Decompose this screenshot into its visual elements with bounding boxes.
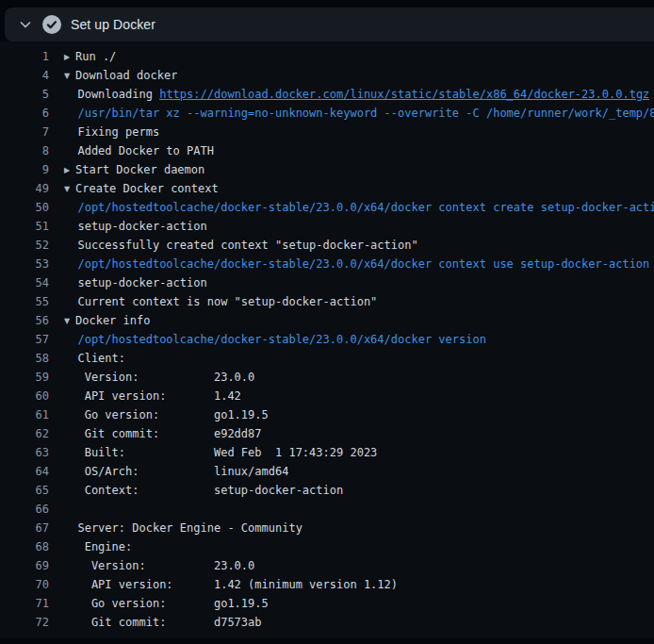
log-line-row: 67 Server: Docker Engine - Community bbox=[0, 519, 654, 537]
log-line-row: 68 Engine: bbox=[0, 537, 654, 556]
line-number[interactable]: 49 bbox=[0, 179, 49, 198]
log-line-row: 54 setup-docker-action bbox=[0, 273, 654, 292]
line-number[interactable]: 1 bbox=[0, 47, 49, 66]
log-group-row[interactable]: 49▼Create Docker context bbox=[0, 179, 654, 198]
group-title: Start Docker daemon bbox=[75, 163, 204, 176]
line-number[interactable]: 68 bbox=[0, 537, 49, 556]
line-number[interactable]: 63 bbox=[0, 443, 49, 462]
log-command-text: /opt/hostedtoolcache/docker-stable/23.0.… bbox=[49, 255, 649, 273]
log-text: OS/Arch: linux/amd64 bbox=[49, 462, 288, 481]
log-group-row[interactable]: 56▼Docker info bbox=[0, 311, 654, 330]
log-line-row: 64 OS/Arch: linux/amd64 bbox=[0, 462, 654, 481]
log-command-text: /usr/bin/tar xz --warning=no-unknown-key… bbox=[49, 104, 654, 123]
log-line-row: 71 Go version: go1.19.5 bbox=[0, 594, 654, 613]
log-text: Successfully created context "setup-dock… bbox=[49, 236, 418, 255]
line-number[interactable]: 64 bbox=[0, 462, 49, 481]
line-number[interactable]: 71 bbox=[0, 594, 49, 613]
log-line-row: 70 API version: 1.42 (minimum version 1.… bbox=[0, 575, 654, 594]
log-line-row: 61 Go version: go1.19.5 bbox=[0, 405, 654, 424]
line-number[interactable]: 58 bbox=[0, 349, 49, 368]
line-number[interactable]: 65 bbox=[0, 481, 49, 500]
log-text: Version: 23.0.0 bbox=[49, 556, 254, 575]
log-line-row: 66 bbox=[0, 500, 654, 519]
step-header-set-up-docker[interactable]: Set up Docker bbox=[5, 8, 654, 41]
log-area: 1▶Run ./4▼Download docker5 Downloading h… bbox=[0, 41, 654, 638]
line-number[interactable]: 66 bbox=[0, 500, 49, 519]
line-number[interactable]: 50 bbox=[0, 198, 49, 217]
log-command-text: /opt/hostedtoolcache/docker-stable/23.0.… bbox=[49, 198, 654, 217]
log-text: ▼Download docker bbox=[49, 66, 177, 85]
download-url-link[interactable]: https://download.docker.com/linux/static… bbox=[159, 88, 649, 101]
log-line-row: 58 Client: bbox=[0, 349, 654, 368]
line-number[interactable]: 55 bbox=[0, 292, 49, 311]
log-text: Go version: go1.19.5 bbox=[49, 405, 269, 424]
line-number[interactable]: 6 bbox=[0, 104, 49, 123]
log-line-row: 7 Fixing perms bbox=[0, 123, 654, 141]
line-number[interactable]: 51 bbox=[0, 217, 49, 236]
line-number[interactable]: 72 bbox=[0, 613, 49, 632]
log-line-row: 53 /opt/hostedtoolcache/docker-stable/23… bbox=[0, 255, 654, 273]
triangle-expanded-icon[interactable]: ▼ bbox=[64, 180, 75, 198]
chevron-down-icon[interactable] bbox=[18, 17, 33, 32]
line-number[interactable]: 56 bbox=[0, 311, 49, 330]
log-text: Downloading https://download.docker.com/… bbox=[49, 85, 649, 104]
line-number[interactable]: 54 bbox=[0, 273, 49, 292]
log-text: Git commit: e92dd87 bbox=[49, 424, 262, 443]
line-number[interactable]: 53 bbox=[0, 255, 49, 273]
line-number[interactable]: 57 bbox=[0, 330, 49, 349]
log-line-row: 52 Successfully created context "setup-d… bbox=[0, 236, 654, 255]
log-line-row: 50 /opt/hostedtoolcache/docker-stable/23… bbox=[0, 198, 654, 217]
log-text: Go version: go1.19.5 bbox=[49, 594, 269, 613]
log-text: Context: setup-docker-action bbox=[49, 481, 343, 500]
log-viewer-page: Set up Docker 1▶Run ./4▼Download docker5… bbox=[0, 0, 654, 644]
log-line-row: 62 Git commit: e92dd87 bbox=[0, 424, 654, 443]
log-line-row: 55 Current context is now "setup-docker-… bbox=[0, 292, 654, 311]
group-title: Download docker bbox=[75, 69, 177, 82]
line-number[interactable]: 60 bbox=[0, 387, 49, 405]
triangle-collapsed-icon[interactable]: ▶ bbox=[64, 161, 75, 179]
log-text bbox=[49, 500, 64, 519]
group-title: Docker info bbox=[75, 314, 150, 327]
line-number[interactable]: 5 bbox=[0, 85, 49, 104]
log-line-row: 51 setup-docker-action bbox=[0, 217, 654, 236]
triangle-expanded-icon[interactable]: ▼ bbox=[64, 67, 75, 85]
log-line-row: 5 Downloading https://download.docker.co… bbox=[0, 85, 654, 104]
line-number[interactable]: 67 bbox=[0, 519, 49, 537]
line-number[interactable]: 59 bbox=[0, 368, 49, 387]
line-number[interactable]: 61 bbox=[0, 405, 49, 424]
line-number[interactable]: 9 bbox=[0, 160, 49, 179]
log-text: setup-docker-action bbox=[49, 273, 207, 292]
line-number[interactable]: 4 bbox=[0, 66, 49, 85]
log-text: Version: 23.0.0 bbox=[49, 368, 254, 387]
log-text: API version: 1.42 (minimum version 1.12) bbox=[49, 575, 398, 594]
triangle-collapsed-icon[interactable]: ▶ bbox=[64, 48, 75, 66]
line-number[interactable]: 62 bbox=[0, 424, 49, 443]
line-number[interactable]: 70 bbox=[0, 575, 49, 594]
log-line-row: 8 Added Docker to PATH bbox=[0, 141, 654, 160]
log-command-text: /opt/hostedtoolcache/docker-stable/23.0.… bbox=[49, 330, 486, 349]
line-number[interactable]: 7 bbox=[0, 123, 49, 141]
log-text: Client: bbox=[49, 349, 125, 368]
line-number[interactable]: 52 bbox=[0, 236, 49, 255]
log-text: Added Docker to PATH bbox=[49, 141, 214, 160]
log-line-row: 57 /opt/hostedtoolcache/docker-stable/23… bbox=[0, 330, 654, 349]
log-group-row[interactable]: 4▼Download docker bbox=[0, 66, 654, 85]
line-number[interactable]: 8 bbox=[0, 141, 49, 160]
log-text: ▼Docker info bbox=[49, 311, 150, 330]
log-line-row: 65 Context: setup-docker-action bbox=[0, 481, 654, 500]
log-group-row[interactable]: 9▶Start Docker daemon bbox=[0, 160, 654, 179]
log-text: Built: Wed Feb 1 17:43:29 2023 bbox=[49, 443, 377, 462]
log-line-row: 72 Git commit: d7573ab bbox=[0, 613, 654, 632]
line-number[interactable]: 69 bbox=[0, 556, 49, 575]
log-text: Server: Docker Engine - Community bbox=[49, 519, 302, 537]
log-line-row: 69 Version: 23.0.0 bbox=[0, 556, 654, 575]
log-line-row: 63 Built: Wed Feb 1 17:43:29 2023 bbox=[0, 443, 654, 462]
group-title: Run ./ bbox=[75, 50, 116, 63]
group-title: Create Docker context bbox=[75, 182, 219, 195]
triangle-expanded-icon[interactable]: ▼ bbox=[64, 312, 75, 330]
log-text: ▶Start Docker daemon bbox=[49, 160, 204, 179]
log-group-row[interactable]: 1▶Run ./ bbox=[0, 47, 654, 66]
log-line-row: 60 API version: 1.42 bbox=[0, 387, 654, 405]
log-text: Downloading bbox=[64, 88, 159, 101]
log-text: ▶Run ./ bbox=[49, 47, 116, 66]
